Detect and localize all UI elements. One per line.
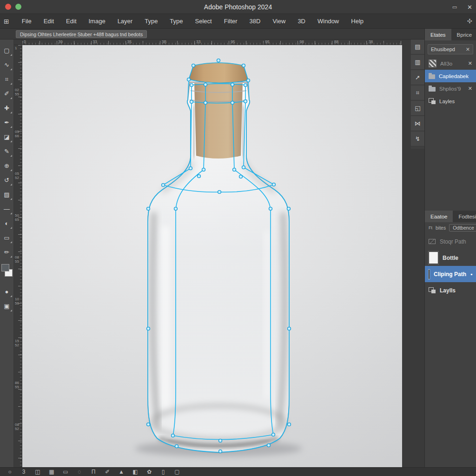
close-icon[interactable]: ✕: [468, 86, 472, 92]
marquee-tool-icon[interactable]: ▢: [1, 43, 13, 58]
ruler-label: 5065: [14, 212, 22, 254]
screen-mode-icon[interactable]: ▣: [1, 299, 13, 313]
clear-icon[interactable]: ✕: [466, 46, 470, 53]
panel-row[interactable]: Capliedabek: [425, 70, 476, 82]
menu-item[interactable]: 38D: [244, 14, 267, 29]
panel-tab[interactable]: Fodtesis: [453, 211, 476, 222]
adjustments-icon[interactable]: ⌗: [411, 86, 424, 100]
history-brush-tool-icon[interactable]: ↺: [1, 173, 13, 187]
menu-item[interactable]: Help: [345, 14, 370, 29]
image-icon[interactable]: ▲: [118, 469, 125, 475]
panel-row[interactable]: Shplios'9 ✕: [425, 82, 476, 95]
top-panel-tabs: EtatesBprice: [425, 29, 476, 40]
layer-row[interactable]: Stoqr Path: [425, 233, 476, 250]
close-button[interactable]: ✕: [467, 4, 472, 11]
ruler-label: 98: [298, 40, 333, 45]
grid-icon[interactable]: ▦: [48, 469, 55, 475]
menu-item[interactable]: Type: [139, 14, 164, 29]
lasso-tool-icon[interactable]: ∿: [1, 58, 13, 72]
layer-row[interactable]: Laylls: [425, 282, 476, 298]
histogram-icon[interactable]: ▤: [411, 40, 424, 54]
ruler-label: 33: [91, 40, 126, 45]
layer-row[interactable]: Cliping Path ▪: [425, 266, 476, 282]
ruler-icon[interactable]: Π: [90, 469, 97, 475]
panel-tab[interactable]: Eaatoe: [425, 211, 453, 222]
ruler-label: 33: [195, 40, 229, 45]
row-label: Capliedabek: [439, 73, 469, 79]
dodge-tool-icon[interactable]: ◐: [1, 216, 13, 231]
brush-tool-icon[interactable]: ✐: [1, 86, 13, 101]
panel-search-field[interactable]: Ehusibepd ✕: [428, 44, 473, 54]
menu-item[interactable]: Layer: [112, 14, 139, 29]
count-label[interactable]: 3: [20, 469, 27, 475]
panels-column: EtatesBprice Ehusibepd ✕ AlI3o ✕ Caplied…: [424, 29, 476, 467]
gradient-tool-icon[interactable]: ▨: [1, 187, 13, 202]
menu-item[interactable]: Window: [311, 14, 345, 29]
pencil-tool-icon[interactable]: ✎: [1, 144, 13, 159]
status-bar: ○3◫▦▭◌Π✐▲◧✿▯▢: [0, 467, 476, 476]
menu-item[interactable]: Edit: [60, 14, 82, 29]
ruler-label: 0852: [14, 422, 22, 463]
document-icon[interactable]: ▯: [160, 469, 166, 475]
layers-panel: EaatoeFodtesis Ft bites Odtbence Stoqr P…: [425, 211, 476, 298]
menu-item[interactable]: Select: [189, 14, 218, 29]
pen-tool-icon[interactable]: ✒: [1, 115, 13, 130]
eraser-tool-icon[interactable]: ◪: [1, 130, 13, 144]
document2-icon[interactable]: ▢: [174, 469, 180, 475]
panel-row[interactable]: Layles: [425, 95, 476, 107]
ruler-label: 0566: [14, 129, 22, 171]
clone-stamp-tool-icon[interactable]: ⊕: [1, 159, 13, 173]
healing-tool-icon[interactable]: ✚: [1, 101, 13, 115]
menu-item[interactable]: Image: [83, 14, 112, 29]
horizontal-ruler[interactable]: 03933353B339595988838: [22, 40, 402, 45]
panel-row[interactable]: AlI3o ✕: [425, 57, 476, 70]
document-canvas[interactable]: [22, 45, 402, 467]
ruler-label: 95: [264, 40, 298, 45]
menu-item[interactable]: 3D: [291, 14, 311, 29]
row-label: AlI3o: [440, 61, 452, 66]
grid-thumb-icon: [429, 60, 436, 67]
vertical-ruler[interactable]: 1025505660552506508551056155286550852: [14, 45, 22, 467]
panel-icon[interactable]: ◧: [132, 469, 139, 475]
color-swatches[interactable]: [1, 263, 13, 283]
row-label: Layles: [439, 99, 455, 104]
layer-row[interactable]: Bottle: [425, 250, 476, 266]
panel-tab[interactable]: Etates: [425, 29, 451, 40]
filter-left-label[interactable]: bites: [436, 225, 446, 231]
bottle-thumbnail-icon: [429, 251, 438, 264]
minimize-button[interactable]: ▭: [452, 4, 457, 10]
menu-item[interactable]: Filter: [218, 14, 244, 29]
workspace-icon[interactable]: ◫: [34, 469, 41, 475]
shape-tool-icon[interactable]: ▭: [1, 231, 13, 245]
type-tool-icon[interactable]: ✏: [1, 245, 13, 259]
crop-tool-icon[interactable]: ⌗: [1, 72, 13, 86]
filter-dropdown[interactable]: Odtbence: [449, 224, 476, 231]
line-tool-icon[interactable]: —: [1, 202, 13, 216]
live-dot-icon[interactable]: ○: [7, 469, 13, 475]
menu-item[interactable]: View: [266, 14, 291, 29]
top-panel-rows: AlI3o ✕ Capliedabek Shplios'9 ✕: [425, 57, 476, 107]
export-icon[interactable]: ➚: [411, 70, 424, 85]
panel-tab[interactable]: Bprice: [451, 29, 476, 40]
menu-item[interactable]: File: [16, 14, 38, 29]
comment-icon[interactable]: ◱: [411, 101, 424, 116]
foreground-color-swatch[interactable]: [1, 264, 9, 271]
ruler-label: 0552: [14, 171, 22, 212]
layer-badge-icon: ▪: [470, 271, 472, 278]
close-icon[interactable]: ✕: [468, 60, 472, 66]
graph-icon[interactable]: ⋈: [411, 116, 424, 131]
canvas-icon[interactable]: ▭: [62, 469, 69, 475]
brush-icon[interactable]: ✐: [104, 469, 111, 475]
zoom-icon[interactable]: ◌: [76, 469, 83, 475]
settings-icon[interactable]: ✿: [146, 469, 152, 475]
actions-icon[interactable]: ↯: [411, 132, 424, 146]
layer-name: Cliping Path: [434, 271, 466, 278]
swatches-icon[interactable]: ▥: [411, 55, 424, 70]
menu-item[interactable]: Edit: [38, 14, 60, 29]
share-icon[interactable]: ✣: [467, 18, 472, 25]
ruler-origin-box[interactable]: [14, 40, 22, 45]
menu-item[interactable]: Type: [164, 14, 189, 29]
field-value: Ehusibepd: [431, 46, 455, 52]
ruler-label: 0255: [14, 87, 22, 129]
quick-mask-icon[interactable]: ●: [1, 284, 13, 299]
